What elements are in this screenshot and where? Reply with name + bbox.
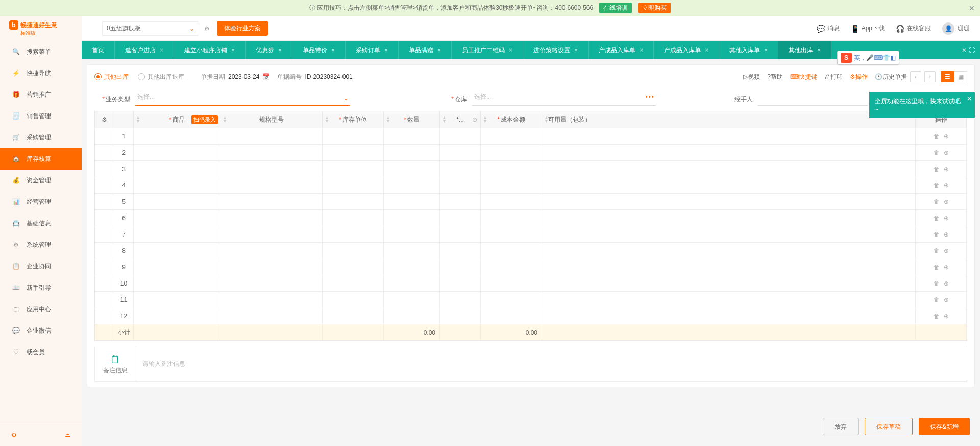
copy-icon[interactable]: ⊕	[944, 296, 949, 303]
sidebar-item[interactable]: 🎁营销推广	[0, 84, 82, 105]
nav-tab[interactable]: 其他出库×	[778, 41, 831, 59]
nav-tab[interactable]: 进价策略设置×	[523, 41, 589, 59]
copy-icon[interactable]: ⊕	[944, 198, 949, 205]
sidebar-item[interactable]: ⚡快捷导航	[0, 62, 82, 84]
copy-icon[interactable]: ⊕	[944, 149, 949, 156]
table-row[interactable]: 9🗑⊕	[95, 259, 967, 275]
table-row[interactable]: 6🗑⊕	[95, 210, 967, 226]
radio-other-out[interactable]: 其他出库	[94, 73, 129, 81]
sidebar-item[interactable]: 🏠库存核算	[0, 148, 82, 170]
view-list-icon[interactable]: ☰	[941, 71, 954, 82]
sidebar-item[interactable]: 🛒采购管理	[0, 127, 82, 148]
col-spec[interactable]: ▲▼规格型号	[220, 111, 323, 128]
app-download-link[interactable]: 📱App下载	[851, 24, 885, 33]
delete-icon[interactable]: 🗑	[934, 296, 940, 303]
sidebar-item[interactable]: ⬚应用中心	[0, 298, 82, 320]
table-row[interactable]: 7🗑⊕	[95, 226, 967, 243]
close-icon[interactable]: ×	[509, 46, 512, 54]
nav-tab[interactable]: 产成品入库单×	[589, 41, 654, 59]
copy-icon[interactable]: ⊕	[944, 231, 949, 238]
ime-item[interactable]: ⌨	[874, 54, 883, 61]
nav-tab[interactable]: 邀客户进店×	[115, 41, 174, 59]
ime-bar[interactable]: S 英，🎤⌨👕◧	[837, 51, 899, 65]
close-icon[interactable]: ×	[640, 46, 643, 54]
save-draft-button[interactable]: 保存草稿	[865, 418, 913, 435]
ime-item[interactable]: ，	[860, 54, 866, 61]
calendar-icon[interactable]: 📅	[262, 73, 270, 80]
mode-icon[interactable]: ⊙	[472, 116, 477, 123]
history-link[interactable]: 🕑 历史单据	[875, 73, 907, 81]
close-icon[interactable]: ×	[705, 46, 708, 54]
close-icon[interactable]: ×	[437, 46, 441, 54]
nav-tab[interactable]: 单品满赠×	[399, 41, 452, 59]
ime-item[interactable]: 🎤	[866, 54, 874, 61]
nav-tab[interactable]: 优惠券×	[246, 41, 292, 59]
table-row[interactable]: 12🗑⊕	[95, 308, 967, 324]
user-menu[interactable]: 👤珊珊	[942, 22, 970, 35]
delete-icon[interactable]: 🗑	[934, 264, 940, 271]
print-link[interactable]: 🖨 打印	[824, 73, 843, 81]
biz-type-select[interactable]: 选择... ⌄	[135, 92, 350, 106]
close-icon[interactable]: ✕	[969, 4, 975, 12]
discard-button[interactable]: 放弃	[823, 418, 859, 435]
op-link[interactable]: ⚙ 操作	[850, 73, 868, 81]
col-settings[interactable]: ⚙	[95, 111, 114, 128]
table-row[interactable]: 1🗑⊕	[95, 128, 967, 145]
nav-tab[interactable]: 员工推广二维码×	[452, 41, 523, 59]
copy-icon[interactable]: ⊕	[944, 313, 949, 320]
sidebar-item[interactable]: ♡畅会员	[0, 341, 82, 363]
next-arrow[interactable]: ›	[924, 71, 936, 82]
close-icon[interactable]: ×	[384, 46, 388, 54]
close-icon[interactable]: ×	[331, 46, 335, 54]
col-avail[interactable]: ▲▼可用量（包装）	[542, 111, 916, 128]
support-link[interactable]: 🎧在线客服	[896, 24, 931, 33]
table-row[interactable]: 11🗑⊕	[95, 292, 967, 308]
gear-icon[interactable]: ⚙	[11, 432, 17, 439]
delete-icon[interactable]: 🗑	[934, 280, 940, 287]
copy-icon[interactable]: ⊕	[944, 264, 949, 271]
close-icon[interactable]: ×	[817, 46, 821, 54]
col-extra[interactable]: ▲▼*...⊙	[440, 111, 481, 128]
gear-icon[interactable]: ⚙	[204, 25, 210, 32]
copy-icon[interactable]: ⊕	[944, 280, 949, 287]
nav-tab[interactable]: 单品特价×	[292, 41, 346, 59]
close-icon[interactable]: ✕	[967, 95, 972, 102]
col-qty[interactable]: ▲▼*数量	[384, 111, 440, 128]
col-unit[interactable]: ▲▼*库存单位	[323, 111, 384, 128]
help-link[interactable]: ? 帮助	[767, 73, 783, 81]
sidebar-item[interactable]: ⚙系统管理	[0, 234, 82, 255]
copy-icon[interactable]: ⊕	[944, 247, 949, 254]
prev-arrow[interactable]: ‹	[910, 71, 921, 82]
delete-icon[interactable]: 🗑	[934, 182, 940, 189]
delete-icon[interactable]: 🗑	[934, 133, 940, 140]
delete-icon[interactable]: 🗑	[934, 198, 940, 205]
nav-tab[interactable]: 首页	[82, 41, 115, 59]
sidebar-item[interactable]: 🔍搜索菜单	[0, 41, 82, 62]
sidebar-item[interactable]: 📋企业协同	[0, 255, 82, 277]
collapse-icon[interactable]: ⏏	[65, 432, 70, 439]
col-product[interactable]: ▲▼*商品 扫码录入	[134, 111, 220, 128]
fullscreen-icon[interactable]: ⛶	[966, 46, 978, 54]
ime-item[interactable]: 👕	[883, 54, 890, 61]
nav-tab[interactable]: 建立小程序店铺×	[174, 41, 246, 59]
ime-item[interactable]: ◧	[890, 54, 896, 61]
buy-button[interactable]: 立即购买	[638, 3, 671, 13]
table-row[interactable]: 5🗑⊕	[95, 194, 967, 210]
delete-icon[interactable]: 🗑	[934, 215, 940, 222]
train-button[interactable]: 在线培训	[599, 3, 632, 13]
doc-date-value[interactable]: 2023-03-24	[228, 73, 259, 80]
warehouse-select[interactable]: 选择... •••	[472, 92, 656, 106]
sidebar-item[interactable]: 📊经营管理	[0, 191, 82, 213]
nav-tab[interactable]: 其他入库单×	[719, 41, 778, 59]
sidebar-item[interactable]: 💬企业微信	[0, 320, 82, 341]
ime-item[interactable]: 英	[854, 54, 860, 61]
radio-other-out-return[interactable]: 其他出库退库	[138, 73, 184, 81]
table-row[interactable]: 2🗑⊕	[95, 145, 967, 161]
copy-icon[interactable]: ⊕	[944, 133, 949, 140]
delete-icon[interactable]: 🗑	[934, 313, 940, 320]
delete-icon[interactable]: 🗑	[934, 231, 940, 238]
nav-tab[interactable]: 采购订单×	[346, 41, 399, 59]
close-icon[interactable]: ×	[231, 46, 235, 54]
sidebar-item[interactable]: 📖新手引导	[0, 277, 82, 298]
table-row[interactable]: 3🗑⊕	[95, 161, 967, 177]
